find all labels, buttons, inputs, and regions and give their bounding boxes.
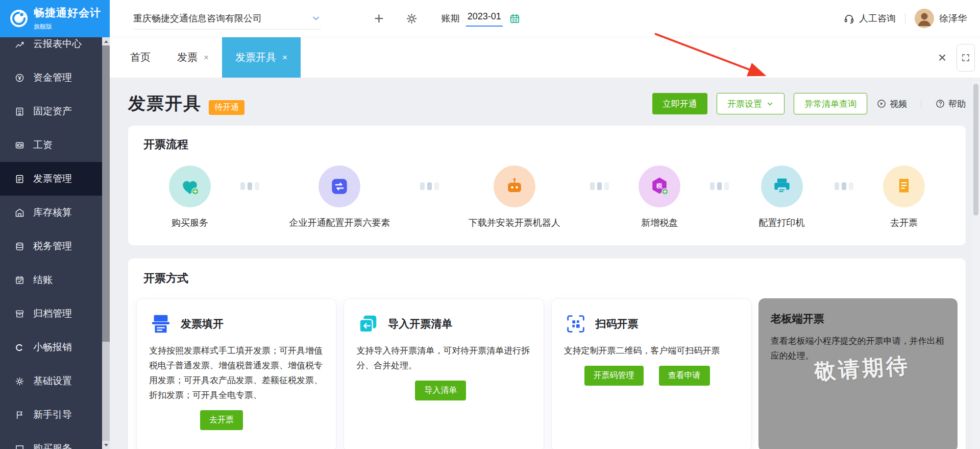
invoicing-methods-panel: 开票方式 发票填开 支持按照发票样式手工填开发票；可开具增值税电子普通发票、增值… [128, 258, 966, 449]
building-icon [14, 106, 25, 117]
method-card-title: 导入开票清单 [388, 317, 452, 331]
coming-soon-watermark: 敬请期待 [813, 351, 911, 387]
sidebar-item-tax[interactable]: 税务管理 [0, 229, 110, 263]
sidebar-item-label: 资金管理 [33, 71, 72, 84]
gear-icon [405, 12, 418, 25]
flag-icon [14, 410, 25, 420]
invoice-settings-button[interactable]: 开票设置 [717, 93, 785, 114]
method-card-desc: 支持按照发票样式手工填开发票；可开具增值税电子普通发票、增值税普通发票、增值税专… [149, 344, 324, 403]
period-label: 账期 [442, 12, 460, 25]
scroll-down-icon[interactable] [102, 441, 110, 449]
sidebar-scrollbar[interactable] [102, 37, 110, 449]
company-name: 重庆畅捷交通信息咨询有限公司 [133, 12, 262, 25]
support-label: 人工咨询 [859, 12, 896, 25]
warehouse-icon [14, 207, 25, 218]
qr-scan-icon [564, 312, 587, 336]
settings-gear-button[interactable] [405, 12, 418, 25]
tab-home[interactable]: 首页 [117, 37, 164, 78]
sidebar-item-purchase[interactable]: 购买服务 [0, 432, 110, 449]
sidebar-item-guide[interactable]: 新手引导 [0, 398, 110, 432]
calendar-icon[interactable] [509, 13, 521, 25]
activate-now-button[interactable]: 立即开通 [652, 93, 707, 114]
calendar-check-icon [14, 275, 25, 286]
tab-invoice-issue[interactable]: 发票开具 × [222, 37, 301, 78]
sidebar-item-settings[interactable]: 基础设置 [0, 364, 110, 398]
logo-edition-badge: 旗舰版 [34, 22, 101, 31]
step-connector [240, 182, 259, 190]
divider [905, 13, 905, 23]
chevron-down-icon [766, 100, 774, 108]
sidebar-item-payroll[interactable]: 工资 [0, 128, 110, 162]
help-link[interactable]: 帮助 [935, 98, 966, 110]
buy-service-icon [169, 166, 211, 207]
sidebar-item-cloud-reports[interactable]: 云报表中心 [0, 37, 110, 61]
invoice-icon [14, 174, 25, 184]
video-link[interactable]: 视频 [876, 98, 907, 110]
archive-box-icon [14, 309, 25, 319]
abnormal-list-button[interactable]: 异常清单查询 [794, 93, 867, 114]
tax-disk-icon: 税 [639, 166, 680, 207]
main-scrollbar-thumb[interactable] [973, 84, 978, 216]
sidebar-item-closing[interactable]: 结账 [0, 263, 110, 297]
step-label: 下载并安装开票机器人 [469, 217, 560, 229]
process-step: 下载并安装开票机器人 [469, 166, 560, 229]
method-card-desc: 支持导入待开票清单，可对待开票清单进行拆分、合并处理。 [356, 344, 531, 373]
period-value[interactable]: 2023-01 [466, 10, 503, 27]
step-label: 购买服务 [172, 217, 208, 229]
sidebar-item-inventory[interactable]: 库存核算 [0, 196, 110, 229]
step-connector [420, 182, 439, 190]
method-card-desc: 支持定制开票二维码，客户端可扫码开票 [564, 344, 739, 359]
tab-invoice[interactable]: 发票 × [164, 37, 222, 78]
invoice-code-manage-button[interactable]: 开票码管理 [584, 366, 644, 386]
sidebar-scrollbar-thumb[interactable] [102, 45, 110, 342]
help-label: 帮助 [948, 98, 966, 110]
company-selector[interactable]: 重庆畅捷交通信息咨询有限公司 [133, 7, 321, 30]
sidebar-item-reimburse[interactable]: 小畅报销 [0, 330, 110, 364]
sidebar-item-archive[interactable]: 归档管理 [0, 297, 110, 330]
sidebar-item-invoice[interactable]: 发票管理 [0, 162, 110, 196]
sidebar-item-funds[interactable]: 资金管理 [0, 61, 110, 94]
sidebar-item-label: 云报表中心 [33, 37, 82, 51]
view-request-button[interactable]: 查看申请 [659, 366, 710, 386]
sidebar: 云报表中心 资金管理 固定资产 工资 发票管理 [0, 37, 110, 449]
go-invoice-button[interactable]: 去开票 [200, 410, 243, 430]
sidebar-item-label: 工资 [33, 138, 53, 152]
main-scrollbar[interactable] [972, 78, 980, 449]
tab-label: 发票 [177, 51, 198, 64]
add-button[interactable]: + [374, 10, 384, 27]
process-step: 去开票 [883, 166, 925, 229]
app-logo[interactable]: 畅捷通好会计 旗舰版 [0, 0, 110, 37]
robot-icon [494, 166, 535, 207]
headset-icon [843, 13, 855, 25]
import-list-button[interactable]: 导入清单 [415, 381, 466, 400]
support-link[interactable]: 人工咨询 [843, 12, 896, 25]
status-badge: 待开通 [209, 100, 244, 115]
user-menu[interactable]: 徐泽华 [915, 9, 967, 28]
process-step: 企业开通配置开票六要素 [289, 166, 390, 229]
chat-bubble-icon [14, 443, 25, 449]
question-circle-icon [935, 99, 945, 109]
step-label: 去开票 [890, 217, 918, 229]
gear-icon [14, 376, 25, 387]
salary-card-icon [14, 140, 25, 151]
logo-text: 畅捷通好会计 旗舰版 [34, 6, 101, 31]
tab-close-icon[interactable]: × [282, 53, 287, 63]
expand-icon [961, 53, 970, 62]
sidebar-item-label: 基础设置 [33, 374, 72, 388]
scroll-up-icon[interactable] [102, 37, 110, 45]
page-title: 发票开具 [128, 92, 202, 115]
play-circle-icon [876, 99, 887, 109]
fullscreen-button[interactable] [957, 44, 975, 72]
import-list-icon [356, 312, 380, 336]
printer-icon [761, 166, 803, 207]
invoice-settings-label: 开票设置 [727, 98, 762, 110]
tab-close-icon[interactable]: × [204, 53, 209, 63]
close-tab-icon[interactable]: × [938, 51, 946, 65]
username: 徐泽华 [939, 12, 967, 25]
accounting-period: 账期 2023-01 [442, 10, 521, 27]
sidebar-item-label: 发票管理 [33, 172, 72, 185]
sidebar-item-label: 购买服务 [33, 442, 72, 449]
step-connector [710, 182, 729, 190]
main-area: 发票开具 待开通 立即开通 开票设置 异常清单查询 视频 [110, 78, 980, 449]
sidebar-item-fixed-assets[interactable]: 固定资产 [0, 94, 110, 128]
